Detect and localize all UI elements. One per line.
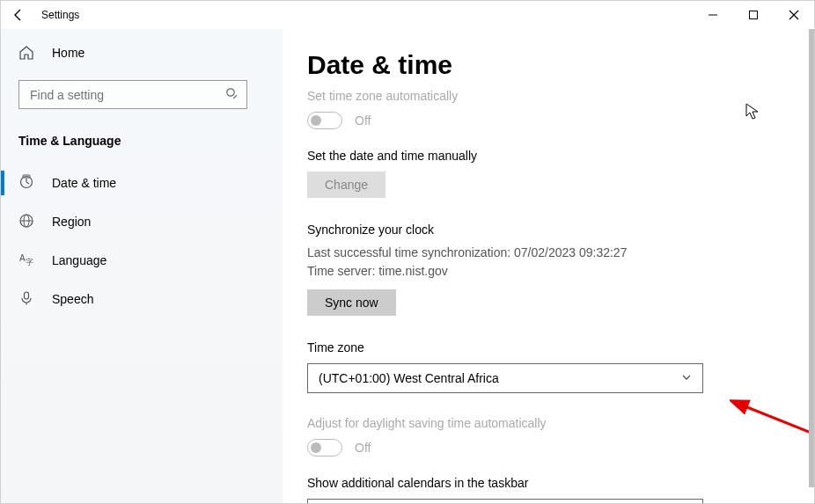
toggle-state: Off (355, 113, 371, 128)
svg-text:字: 字 (26, 258, 33, 267)
minimize-button[interactable] (693, 1, 733, 29)
dst-toggle: Off (307, 439, 793, 457)
search-icon (225, 87, 238, 102)
additional-calendars-dropdown[interactable]: Don't show additional calendars (307, 499, 703, 503)
home-icon (18, 45, 34, 61)
language-icon: A字 (18, 252, 34, 270)
sidebar-item-label: Speech (52, 292, 93, 306)
svg-text:A: A (19, 253, 26, 263)
sidebar-item-label: Region (52, 215, 91, 229)
back-button[interactable] (4, 1, 33, 29)
sidebar-item-region[interactable]: Region (1, 202, 283, 241)
search-input[interactable] (18, 80, 247, 109)
home-label: Home (52, 46, 84, 60)
sidebar-item-language[interactable]: A字 Language (1, 241, 283, 280)
chevron-down-icon (681, 372, 692, 385)
globe-icon (18, 213, 34, 231)
maximize-button[interactable] (733, 1, 774, 29)
close-button[interactable] (774, 1, 814, 29)
additional-calendars-label: Show additional calendars in the taskbar (307, 476, 793, 490)
page-title: Date & time (307, 50, 793, 80)
search-field[interactable] (28, 87, 213, 103)
sync-header: Synchronize your clock (307, 223, 793, 237)
change-button[interactable]: Change (307, 172, 385, 198)
timezone-label: Time zone (307, 340, 793, 354)
window-title: Settings (41, 9, 79, 21)
sidebar-item-label: Date & time (52, 176, 116, 190)
toggle-state: Off (355, 441, 371, 455)
timezone-value: (UTC+01:00) West Central Africa (319, 371, 499, 385)
content-area: Date & time Set time zone automatically … (283, 29, 814, 503)
scrollbar[interactable] (809, 29, 814, 487)
sidebar-group-title: Time & Language (1, 121, 283, 164)
svg-rect-11 (25, 292, 29, 299)
microphone-icon (18, 290, 34, 309)
svg-rect-1 (750, 11, 758, 19)
sync-now-button[interactable]: Sync now (307, 289, 396, 316)
toggle-switch (307, 439, 342, 457)
sidebar-item-speech[interactable]: Speech (1, 280, 283, 318)
sidebar-item-label: Language (52, 253, 106, 267)
home-nav[interactable]: Home (1, 29, 283, 69)
time-server-text: Time server: time.nist.gov (307, 262, 793, 281)
clock-icon (18, 174, 34, 193)
sidebar-item-date-time[interactable]: Date & time (1, 164, 283, 202)
toggle-switch (307, 112, 342, 129)
svg-point-2 (227, 89, 234, 96)
dst-label: Adjust for daylight saving time automati… (307, 416, 793, 430)
auto-timezone-label: Set time zone automatically (307, 89, 793, 103)
timezone-dropdown[interactable]: (UTC+01:00) West Central Africa (307, 363, 703, 393)
auto-timezone-toggle: Off (307, 112, 793, 129)
svg-line-3 (233, 95, 237, 99)
last-sync-text: Last successful time synchronization: 07… (307, 244, 793, 262)
sidebar: Home Time & Language Date & time (1, 29, 283, 503)
manual-date-label: Set the date and time manually (307, 149, 793, 163)
